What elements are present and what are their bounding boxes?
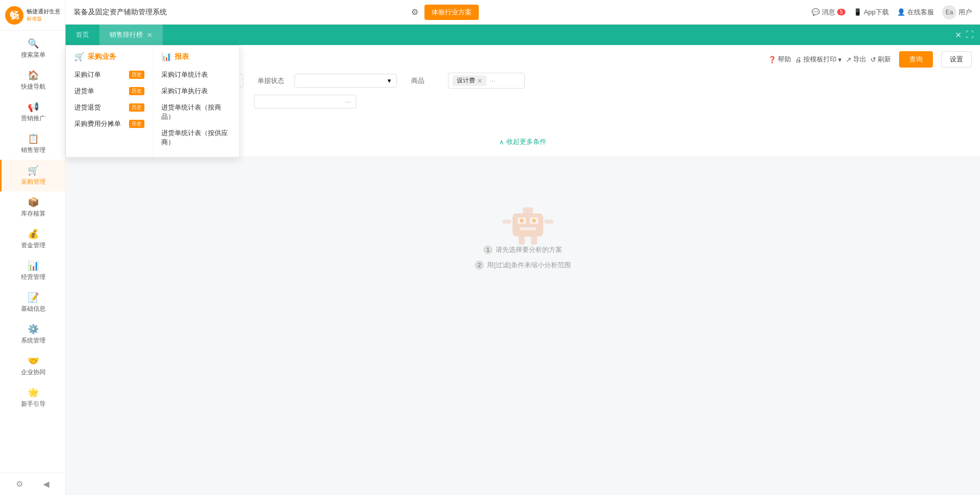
collapse-icon: ∧ — [499, 138, 504, 146]
logo-text-block: 畅捷通好生意 标准版 — [27, 8, 60, 23]
settings-btn[interactable]: ⚙ — [16, 479, 23, 489]
stock-in-stat-product-item[interactable]: 进货单统计表（按商品） — [161, 99, 231, 125]
product-tag-remove[interactable]: ✕ — [477, 77, 482, 84]
purchase-order-stat-label: 采购订单统计表 — [161, 70, 208, 79]
tabs-bar: 首页 销售排行榜 ✕ ✕ ⛶ — [66, 25, 980, 45]
stock-return-item[interactable]: 进货退货 历史 — [74, 99, 144, 116]
print-dropdown-icon[interactable]: ▾ — [838, 56, 842, 63]
sidebar-item-finance[interactable]: 💰 资金管理 — [0, 223, 65, 255]
header-controls: ⚙ 体验行业方案 — [411, 5, 479, 20]
tab-home-label: 首页 — [76, 30, 89, 39]
tab-salesrank[interactable]: 销售排行榜 ✕ — [99, 25, 163, 45]
product-tag-value: 设计费 — [457, 76, 475, 85]
help-btn[interactable]: ❓ 帮助 — [768, 55, 791, 64]
user-label: 用户 — [958, 8, 972, 17]
order-status-filter[interactable]: ▾ — [294, 74, 397, 88]
app-label: App下载 — [864, 8, 889, 17]
sidebar: 畅 畅捷通好生意 标准版 🔍 搜索菜单🏠 快捷导航📢 营销推广📋 销售管理🛒 采… — [0, 0, 66, 495]
tab-expand-btn[interactable]: ⛶ — [966, 30, 974, 39]
sidebar-item-purchase[interactable]: 🛒 采购管理 — [0, 160, 65, 191]
app-download-btn[interactable]: 📱 App下载 — [854, 8, 889, 17]
industry-btn[interactable]: 体验行业方案 — [424, 5, 479, 20]
logo-area: 畅 畅捷通好生意 标准版 — [0, 0, 65, 31]
sidebar-item-basicinfo[interactable]: 📝 基础信息 — [0, 287, 65, 318]
purchase-expense-item[interactable]: 采购费用分摊单 历史 — [74, 116, 144, 132]
report-section: 📊 报表 采购订单统计表 采购订单执行表 进货单统计表（按商品） 进货单统计表（… — [153, 46, 240, 157]
user-btn[interactable]: Ea 用户 — [942, 5, 972, 19]
help-label: 帮助 — [778, 55, 791, 64]
tab-close-icon[interactable]: ✕ — [147, 31, 153, 39]
dropdown-header: 🛒 采购业务 采购订单 历史 进货单 历史 进货退货 历史 采购费用分摊单 历史 — [66, 46, 239, 157]
settings-button[interactable]: 设置 — [941, 51, 972, 68]
query-button[interactable]: 查询 — [899, 51, 933, 68]
enterprise-icon: 🤝 — [28, 355, 39, 367]
collapse-btn[interactable]: ◀ — [43, 479, 49, 489]
sidebar-label-purchase: 采购管理 — [21, 178, 46, 186]
sidebar-label-operation: 经营管理 — [21, 273, 46, 282]
tab-home[interactable]: 首页 — [66, 25, 99, 45]
export-btn[interactable]: ↗ 导出 — [846, 55, 866, 64]
svg-rect-5 — [502, 220, 512, 224]
sidebar-item-enterprise[interactable]: 🤝 企业协同 — [0, 350, 65, 382]
messages-badge: 5 — [837, 9, 845, 15]
order-status-label: 单据状态 — [258, 76, 288, 85]
purchase-expense-label: 采购费用分摊单 — [74, 119, 121, 128]
print-btn[interactable]: 🖨 按模板打印 ▾ — [795, 55, 842, 64]
sidebar-item-search[interactable]: 🔍 搜索菜单 — [0, 33, 65, 64]
stock-in-stat-supplier-label: 进货单统计表（按供应商） — [161, 128, 231, 147]
header-title: 装备及固定资产辅助管理系统 — [74, 8, 407, 17]
avatar: Ea — [942, 5, 956, 19]
sidebar-label-system: 系统管理 — [21, 336, 46, 345]
messages-btn[interactable]: 💬 消息 5 — [812, 8, 845, 17]
sidebar-item-quicknav[interactable]: 🏠 快捷导航 — [0, 64, 65, 96]
sidebar-item-marketing[interactable]: 📢 营销推广 — [0, 96, 65, 128]
logo-line2: 标准版 — [27, 15, 60, 23]
purchase-order-stat-item[interactable]: 采购订单统计表 — [161, 67, 231, 83]
hint2-text: 用[过滤]条件来缩小分析范围 — [487, 261, 570, 270]
svg-rect-3 — [520, 227, 536, 230]
sidebar-label-finance: 资金管理 — [21, 241, 46, 250]
sidebar-nav: 🔍 搜索菜单🏠 快捷导航📢 营销推广📋 销售管理🛒 采购管理📦 库存核算💰 资金… — [0, 31, 65, 472]
sidebar-item-inventory[interactable]: 📦 库存核算 — [0, 191, 65, 223]
stock-in-item[interactable]: 进货单 历史 — [74, 83, 144, 99]
header-right: 💬 消息 5 📱 App下载 👤 在线客服 Ea 用户 — [812, 5, 972, 19]
dropdown-menu: 🛒 采购业务 采购订单 历史 进货单 历史 进货退货 历史 采购费用分摊单 历史 — [66, 45, 240, 158]
finance-icon: 💰 — [28, 228, 39, 240]
report-title-text: 报表 — [175, 52, 189, 61]
sidebar-label-marketing: 营销推广 — [21, 114, 46, 123]
sidebar-item-sales[interactable]: 📋 销售管理 — [0, 128, 65, 160]
stock-in-stat-supplier-item[interactable]: 进货单统计表（按供应商） — [161, 125, 231, 150]
sidebar-label-basicinfo: 基础信息 — [21, 305, 46, 313]
refresh-icon: ↺ — [870, 56, 876, 63]
messages-label: 消息 — [822, 8, 835, 17]
refresh-btn[interactable]: ↺ 刷新 — [870, 55, 891, 64]
basicinfo-icon: 📝 — [28, 292, 39, 303]
stock-return-label: 进货退货 — [74, 103, 101, 112]
service-btn[interactable]: 👤 在线客服 — [897, 8, 934, 17]
product-filter-dots[interactable]: ··· — [489, 77, 495, 84]
sidebar-item-system[interactable]: ⚙️ 系统管理 — [0, 318, 65, 350]
purchase-order-item[interactable]: 采购订单 历史 — [74, 67, 144, 83]
tab-close-btn[interactable]: ✕ — [955, 30, 962, 40]
sidebar-item-operation[interactable]: 📊 经营管理 — [0, 255, 65, 287]
newguide-icon: 🌟 — [28, 387, 39, 398]
purchase-order-exec-item[interactable]: 采购订单执行表 — [161, 83, 231, 99]
sidebar-label-inventory: 库存核算 — [21, 209, 46, 218]
gear-icon[interactable]: ⚙ — [411, 7, 418, 17]
stock-in-label: 进货单 — [74, 87, 94, 96]
toolbar-btns: ❓ 帮助 🖨 按模板打印 ▾ ↗ 导出 ↺ 刷新 — [768, 55, 891, 64]
tab-salesrank-label: 销售排行榜 — [110, 30, 143, 39]
service-icon: 👤 — [897, 8, 905, 16]
sidebar-label-quicknav: 快捷导航 — [21, 82, 46, 91]
stock-return-history: 历史 — [129, 103, 144, 112]
operation-icon: 📊 — [28, 260, 39, 271]
order-status-dropdown-icon[interactable]: ▾ — [388, 77, 391, 84]
svg-rect-4 — [523, 207, 533, 213]
salesperson-dots[interactable]: ··· — [345, 98, 351, 105]
purchase-section-icon: 🛒 — [74, 52, 84, 61]
marketing-icon: 📢 — [28, 101, 39, 113]
svg-rect-6 — [544, 220, 553, 224]
empty-state: 1 请先选择要分析的方案 2 用[过滤]条件来缩小分析范围 — [66, 157, 980, 311]
salesperson-filter[interactable]: ··· — [254, 95, 356, 109]
sidebar-item-newguide[interactable]: 🌟 新手引导 — [0, 382, 65, 414]
